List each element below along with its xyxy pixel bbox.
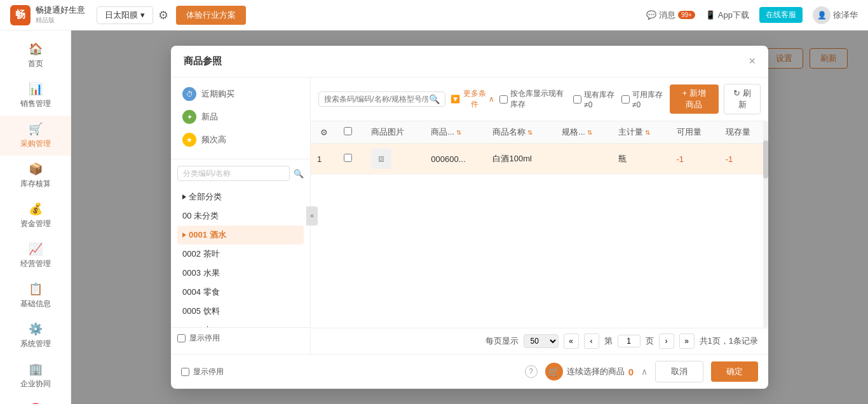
main-layout: 🏠 首页 📊 销售管理 🛒 采购管理 📦 库存核算 💰 资金管理 📈 经营管理 … — [0, 30, 868, 404]
last-page-button[interactable]: » — [679, 333, 695, 349]
finance-icon: 💰 — [29, 202, 43, 216]
checkbox-available-input[interactable] — [573, 95, 581, 104]
category-item-00[interactable]: 00 未分类 — [177, 206, 304, 226]
category-all-label: 全部分类 — [189, 191, 222, 203]
modal-pagination: 每页显示 50 100 « ‹ 第 页 › » 共 — [311, 328, 768, 354]
show-disabled-checkbox[interactable] — [177, 334, 186, 342]
category-label-0003: 0003 水果 — [182, 267, 220, 279]
sidebar-item-finance[interactable]: 💰 资金管理 — [0, 196, 71, 236]
page-suffix: 页 — [646, 335, 654, 347]
footer-collapse-icon[interactable]: ∧ — [641, 367, 648, 377]
nav-recent[interactable]: ⏱ 近期购买 — [176, 83, 305, 105]
per-page-select[interactable]: 50 100 — [524, 334, 559, 348]
checkbox-usable-label: 可用库存≠0 — [632, 90, 665, 109]
table-row[interactable]: 1 🖼 000600... 白酒100ml — [311, 144, 768, 175]
sidebar-item-operations[interactable]: 📈 经营管理 — [0, 236, 71, 276]
filter-button[interactable]: 🔽 更多条件 ∧ — [451, 88, 494, 110]
app-download-item[interactable]: 📱 App下载 — [705, 10, 749, 21]
cell-checkbox — [337, 144, 365, 175]
sidebar-item-basics[interactable]: 📋 基础信息 — [0, 276, 71, 316]
sidebar-label-basics: 基础信息 — [20, 299, 51, 309]
category-item-0005[interactable]: 0005 饮料 — [177, 302, 304, 321]
modal-overlay: 商品参照 × ⏱ 近期购买 ✦ — [71, 30, 868, 404]
checkbox-available-label: 现有库存≠0 — [584, 90, 616, 109]
help-icon[interactable]: ? — [525, 365, 538, 378]
tenant-selector[interactable]: 日太阳膜 ▾ — [97, 6, 153, 24]
product-search-input[interactable] — [324, 95, 429, 104]
th-unit[interactable]: 主计量 ⇅ — [612, 121, 670, 144]
table-scrollbar[interactable] — [763, 121, 768, 328]
prev-page-button[interactable]: ‹ — [584, 333, 599, 349]
nav-frequent[interactable]: ★ 频次高 — [176, 128, 305, 151]
category-item-0003[interactable]: 0003 水果 — [177, 264, 304, 283]
th-code[interactable]: 商品... ⇅ — [424, 121, 486, 144]
cell-available: -1 — [670, 144, 719, 175]
sidebar-item-inventory[interactable]: 📦 库存核算 — [0, 156, 71, 196]
purchase-icon: 🛒 — [29, 122, 43, 136]
inventory-icon: 📦 — [29, 162, 43, 176]
first-page-button[interactable]: « — [564, 333, 579, 349]
sidebar-item-enterprise[interactable]: 🏢 企业协同 — [0, 356, 71, 396]
sidebar-item-home[interactable]: 🏠 首页 — [0, 36, 71, 76]
product-reference-modal: 商品参照 × ⏱ 近期购买 ✦ — [171, 46, 768, 389]
row-checkbox[interactable] — [344, 154, 352, 162]
sidebar-item-purchase[interactable]: 🛒 采购管理 — [0, 116, 71, 156]
sidebar-item-sales[interactable]: 📊 销售管理 — [0, 76, 71, 116]
category-search-row: 🔍 — [171, 162, 310, 185]
modal-left-panel: ⏱ 近期购买 ✦ 新品 ★ 频次高 — [171, 77, 311, 354]
add-product-button[interactable]: + 新增商品 — [670, 84, 719, 114]
sidebar-label-system: 系统管理 — [20, 339, 51, 349]
settings-icon[interactable]: ⚙ — [320, 128, 328, 137]
sidebar-item-system[interactable]: ⚙️ 系统管理 — [0, 316, 71, 356]
refresh-button[interactable]: ↻ 刷新 — [724, 84, 761, 114]
per-page-label: 每页显示 — [485, 335, 519, 347]
nav-right-area: 💬 消息 99+ 📱 App下载 在线客服 👤 徐泽华 — [646, 6, 858, 24]
th-stock: 现存量 — [719, 121, 768, 144]
sidebar-item-newbie[interactable]: 🎯 新手引导 — [0, 396, 71, 404]
logo-line1: 畅捷通好生意 — [36, 5, 85, 16]
gear-button[interactable]: ⚙ — [158, 8, 168, 22]
confirm-button[interactable]: 确定 — [711, 361, 758, 382]
collapse-toggle-button[interactable]: « — [306, 206, 318, 226]
category-item-0001[interactable]: 0001 酒水 — [177, 226, 304, 245]
checkbox-usable: 可用库存≠0 — [621, 90, 665, 109]
modal-close-button[interactable]: × — [749, 55, 756, 68]
category-all[interactable]: 全部分类 — [177, 187, 304, 206]
checkbox-warehouse-input[interactable] — [499, 95, 508, 104]
category-item-0004[interactable]: 0004 零食 — [177, 283, 304, 302]
select-all-checkbox[interactable] — [344, 127, 352, 135]
checkbox-usable-input[interactable] — [621, 95, 630, 104]
cancel-button[interactable]: 取消 — [655, 361, 703, 382]
nav-new-product[interactable]: ✦ 新品 — [176, 105, 305, 128]
nav-divider — [171, 159, 310, 159]
th-spec[interactable]: 规格... ⇅ — [555, 121, 612, 144]
category-search-input[interactable] — [177, 166, 290, 181]
footer-show-disabled-checkbox[interactable] — [181, 368, 189, 376]
new-product-icon: ✦ — [182, 110, 196, 124]
trial-button[interactable]: 体验行业方案 — [176, 6, 246, 25]
category-search-icon[interactable]: 🔍 — [294, 169, 304, 178]
category-item-0002[interactable]: 0002 茶叶 — [177, 245, 304, 264]
product-search-icon[interactable]: 🔍 — [429, 94, 440, 104]
page-input[interactable] — [618, 335, 641, 347]
product-table-wrap: ⚙ 商品图片 — [311, 121, 768, 328]
th-stock-label: 现存量 — [726, 127, 750, 137]
modal-header: 商品参照 × — [171, 46, 768, 77]
online-service-item[interactable]: 在线客服 — [759, 7, 803, 23]
user-item[interactable]: 👤 徐泽华 — [813, 6, 858, 24]
sort-icon-name: ⇅ — [527, 129, 532, 136]
cell-code: 000600... — [424, 144, 486, 175]
next-page-button[interactable]: › — [659, 333, 674, 349]
category-item-0008[interactable]: 0008 水 — [177, 321, 304, 327]
modal-toolbar: 🔍 🔽 更多条件 ∧ 按仓库显示现有库存 — [311, 77, 768, 121]
message-item[interactable]: 💬 消息 99+ — [646, 10, 695, 21]
show-disabled-label: 显示停用 — [189, 333, 220, 344]
cart-wrap[interactable]: 🛒 连续选择的商品 0 — [545, 363, 634, 380]
product-table: ⚙ 商品图片 — [311, 121, 768, 175]
th-checkbox — [337, 121, 365, 144]
modal-title: 商品参照 — [184, 55, 222, 67]
th-name[interactable]: 商品名称 ⇅ — [486, 121, 555, 144]
app-download-label: App下载 — [718, 10, 749, 21]
sidebar-label-finance: 资金管理 — [20, 219, 51, 229]
logo-sub: 精品版 — [36, 16, 85, 25]
